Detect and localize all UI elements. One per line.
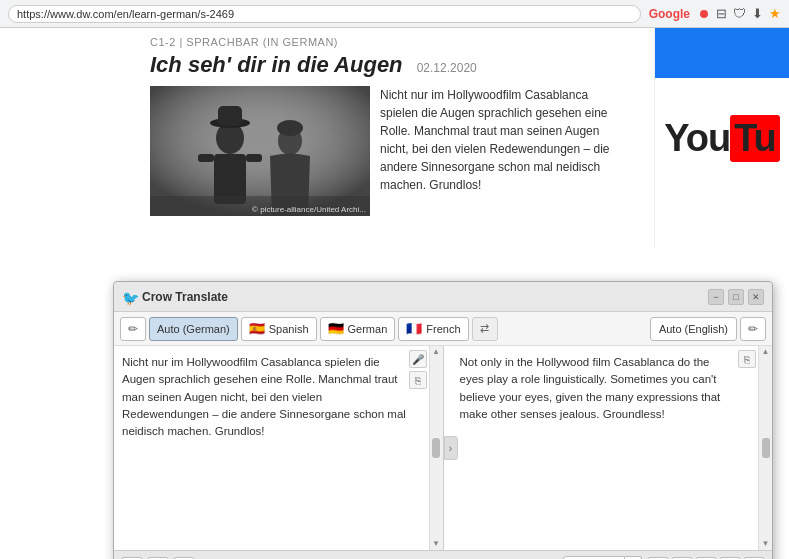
shield-icon[interactable]: 🛡 [733, 6, 746, 21]
french-button[interactable]: 🇫🇷 French [398, 317, 468, 341]
german-button[interactable]: 🇩🇪 German [320, 317, 396, 341]
image-caption: © picture-alliance/United Archi... [150, 205, 370, 214]
minimize-button[interactable]: − [708, 289, 724, 305]
target-scroll-up[interactable]: ▲ [762, 348, 770, 356]
crow-window-buttons: − □ ✕ [708, 289, 764, 305]
crow-main-area: 🎤 ⎘ ▲ ▼ ⎘ › [114, 346, 772, 550]
article-body-text: Nicht nur im Hollywoodfilm Casablanca sp… [380, 86, 620, 216]
auto-german-button[interactable]: Auto (German) [149, 317, 238, 341]
browser-url[interactable]: https://www.dw.com/en/learn-german/s-246… [8, 5, 641, 23]
scroll-thumb[interactable] [432, 438, 440, 458]
target-scroll-down[interactable]: ▼ [762, 540, 770, 548]
svg-point-9 [277, 120, 303, 136]
casablanca-image [150, 86, 370, 216]
source-scrollbar[interactable]: ▲ ▼ [429, 346, 443, 550]
crow-icon: 🐦 [122, 290, 136, 304]
svg-rect-4 [218, 106, 242, 126]
german-flag: 🇩🇪 [328, 321, 344, 336]
close-button[interactable]: ✕ [748, 289, 764, 305]
youtube-banner: YouTu [654, 28, 789, 248]
crow-modal-title: Crow Translate [142, 290, 708, 304]
star-icon[interactable]: ★ [769, 6, 781, 21]
target-scrollbar[interactable]: ▲ ▼ [758, 346, 772, 550]
target-copy-icon[interactable]: ⎘ [738, 350, 756, 368]
google-label: Google [649, 7, 690, 21]
french-flag: 🇫🇷 [406, 321, 422, 336]
target-textarea[interactable] [444, 346, 773, 550]
expand-pane-button[interactable]: › [444, 436, 458, 460]
google-engine-button[interactable]: G Google [563, 556, 625, 560]
edit-target-icon-button[interactable]: ✏ [740, 317, 766, 341]
source-textarea[interactable] [114, 346, 443, 550]
spanish-button[interactable]: 🇪🇸 Spanish [241, 317, 317, 341]
crow-translate-modal: 🐦 Crow Translate − □ ✕ ✏ Auto (German) 🇪… [113, 281, 773, 559]
article-date: 02.12.2020 [417, 61, 477, 75]
page-content: YouTu C1-2 | SPRACHBAR (IN GERMAN) Ich s… [0, 28, 789, 559]
auto-english-button[interactable]: Auto (English) [650, 317, 737, 341]
source-mic-icon[interactable]: 🎤 [409, 350, 427, 368]
browser-icons: ⊟ 🛡 ⬇ ★ [716, 6, 781, 21]
engine-dropdown-button[interactable]: ▾ [625, 556, 642, 560]
browser-bar: https://www.dw.com/en/learn-german/s-246… [0, 0, 789, 28]
source-pane: 🎤 ⎘ ▲ ▼ [114, 346, 444, 550]
svg-rect-6 [198, 154, 214, 162]
swap-languages-button[interactable]: ⇄ [472, 317, 498, 341]
youtube-logo: YouTu [655, 78, 789, 198]
scroll-down-arrow[interactable]: ▼ [432, 540, 440, 548]
svg-rect-7 [246, 154, 262, 162]
crow-footer: ▶ ■ ⎘ Automatically translate G Google ▾… [114, 550, 772, 559]
crow-titlebar: 🐦 Crow Translate − □ ✕ [114, 282, 772, 312]
menu-icon[interactable]: ⊟ [716, 6, 727, 21]
article-image: © picture-alliance/United Archi... [150, 86, 370, 216]
download-icon[interactable]: ⬇ [752, 6, 763, 21]
google-dot [700, 10, 708, 18]
scroll-up-arrow[interactable]: ▲ [432, 348, 440, 356]
edit-icon-button[interactable]: ✏ [120, 317, 146, 341]
target-pane: ⎘ › ▲ ▼ [444, 346, 773, 550]
yt-top-blue [655, 28, 789, 78]
target-scroll-thumb[interactable] [762, 438, 770, 458]
maximize-button[interactable]: □ [728, 289, 744, 305]
spanish-flag: 🇪🇸 [249, 321, 265, 336]
source-copy-icon[interactable]: ⎘ [409, 371, 427, 389]
crow-toolbar: ✏ Auto (German) 🇪🇸 Spanish 🇩🇪 German 🇫🇷 … [114, 312, 772, 346]
